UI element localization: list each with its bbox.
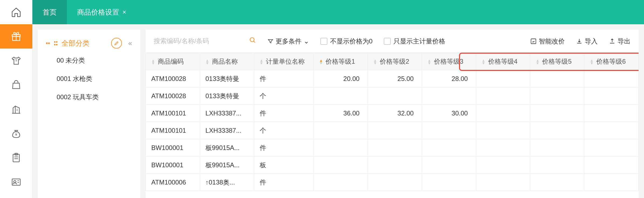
export-button[interactable]: 导出 bbox=[609, 37, 631, 46]
cell-p4[interactable] bbox=[476, 105, 530, 122]
cell-p2[interactable] bbox=[368, 87, 422, 105]
sort-icon: ▲▼ bbox=[373, 59, 377, 64]
cell-p3[interactable] bbox=[422, 156, 476, 174]
svg-line-16 bbox=[254, 41, 255, 42]
cell-p2[interactable]: 25.00 bbox=[368, 70, 422, 87]
search-icon[interactable] bbox=[249, 37, 256, 46]
cell-p5[interactable] bbox=[530, 105, 584, 122]
cell-p1[interactable] bbox=[314, 87, 368, 105]
search-input[interactable] bbox=[154, 35, 249, 47]
nav-clipboard-icon[interactable] bbox=[0, 146, 32, 170]
cell-p6[interactable] bbox=[584, 156, 639, 174]
edit-category-button[interactable] bbox=[111, 38, 122, 49]
cell-p3[interactable] bbox=[422, 174, 476, 191]
cell-p1[interactable] bbox=[314, 156, 368, 174]
table-row[interactable]: ATM100101LXH33387...件36.0032.0030.00 bbox=[146, 105, 639, 122]
cell-p5[interactable] bbox=[530, 122, 584, 139]
table-row[interactable]: ATM100006↑0138奥...件 bbox=[146, 174, 639, 191]
sidebar-nav: $ ¥ bbox=[0, 0, 32, 198]
column-header[interactable]: ▲▼价格等级6 bbox=[584, 53, 639, 70]
cell-p3[interactable]: 30.00 bbox=[422, 105, 476, 122]
cell-p4[interactable] bbox=[476, 87, 530, 105]
cell-name: 0133奥特曼 bbox=[200, 70, 254, 87]
nav-money-bag-icon[interactable]: ¥ bbox=[0, 121, 32, 146]
table-row[interactable]: ATM1000280133奥特曼件20.0025.0028.00 bbox=[146, 70, 639, 87]
smart-edit-button[interactable]: 智能改价 bbox=[530, 37, 565, 46]
cell-p4[interactable] bbox=[476, 174, 530, 191]
column-header[interactable]: ▲▼价格等级2 bbox=[368, 53, 422, 70]
table-row[interactable]: BW100001板99015A...板 bbox=[146, 156, 639, 174]
cell-p6[interactable] bbox=[584, 174, 639, 191]
cell-p1[interactable]: 20.00 bbox=[314, 70, 368, 87]
cell-p1[interactable] bbox=[314, 139, 368, 156]
svg-point-12 bbox=[13, 180, 16, 183]
cell-p4[interactable] bbox=[476, 70, 530, 87]
cell-p1[interactable] bbox=[314, 174, 368, 191]
cell-p5[interactable] bbox=[530, 87, 584, 105]
svg-text:$: $ bbox=[15, 59, 17, 62]
table-row[interactable]: BW100001板99015A...件 bbox=[146, 139, 639, 156]
cell-p1[interactable]: 36.00 bbox=[314, 105, 368, 122]
cell-p3[interactable] bbox=[422, 122, 476, 139]
category-item[interactable]: 00 未分类 bbox=[38, 51, 140, 70]
column-header[interactable]: ▲▼价格等级4 bbox=[476, 53, 530, 70]
nav-gift-icon[interactable] bbox=[0, 24, 32, 49]
cell-p2[interactable] bbox=[368, 156, 422, 174]
checkbox-icon bbox=[384, 38, 391, 45]
category-item[interactable]: 0001 水枪类 bbox=[38, 70, 140, 88]
column-header[interactable]: ▲▼商品名称 bbox=[200, 53, 254, 70]
nav-bag-icon[interactable] bbox=[0, 73, 32, 97]
cell-p6[interactable] bbox=[584, 139, 639, 156]
cell-unit: 件 bbox=[254, 70, 314, 87]
cell-p6[interactable] bbox=[584, 122, 639, 139]
nav-contact-icon[interactable] bbox=[0, 170, 32, 194]
cell-p6[interactable] bbox=[584, 87, 639, 105]
cell-p1[interactable] bbox=[314, 122, 368, 139]
column-header[interactable]: ▲▼商品编码 bbox=[146, 53, 200, 70]
more-filter-label: 更多条件 bbox=[276, 37, 302, 46]
svg-text:¥: ¥ bbox=[15, 132, 17, 136]
nav-home-icon[interactable] bbox=[0, 0, 32, 24]
column-header[interactable]: ▲▼计量单位名称 bbox=[254, 53, 314, 70]
column-header[interactable]: ▲▼价格等级5 bbox=[530, 53, 584, 70]
nav-building-icon[interactable] bbox=[0, 97, 32, 121]
tab-home[interactable]: 首页 bbox=[32, 0, 67, 24]
cell-p3[interactable] bbox=[422, 139, 476, 156]
cell-p4[interactable] bbox=[476, 122, 530, 139]
table-row[interactable]: ATM1000280133奥特曼个 bbox=[146, 87, 639, 105]
column-header[interactable]: ▲▼价格等级1 bbox=[314, 53, 368, 70]
cell-p2[interactable]: 32.00 bbox=[368, 105, 422, 122]
collapse-icon[interactable]: « bbox=[128, 39, 132, 47]
cell-p3[interactable] bbox=[422, 87, 476, 105]
column-header[interactable]: ▲▼价格等级3 bbox=[422, 53, 476, 70]
cell-unit: 板 bbox=[254, 156, 314, 174]
cell-name: 板99015A... bbox=[200, 139, 254, 156]
cell-p3[interactable]: 28.00 bbox=[422, 70, 476, 87]
close-icon[interactable]: × bbox=[122, 8, 126, 16]
cell-unit: 件 bbox=[254, 139, 314, 156]
cell-p5[interactable] bbox=[530, 156, 584, 174]
nav-shirt-icon[interactable]: $ bbox=[0, 49, 32, 73]
cell-code: ATM100101 bbox=[146, 122, 200, 139]
tab-current[interactable]: 商品价格设置 × bbox=[67, 0, 136, 24]
cell-p5[interactable] bbox=[530, 139, 584, 156]
category-item[interactable]: 0002 玩具车类 bbox=[38, 88, 140, 106]
cell-p4[interactable] bbox=[476, 139, 530, 156]
cell-unit: 个 bbox=[254, 87, 314, 105]
cell-p5[interactable] bbox=[530, 70, 584, 87]
cell-p2[interactable] bbox=[368, 122, 422, 139]
cell-p4[interactable] bbox=[476, 156, 530, 174]
cell-p6[interactable] bbox=[584, 70, 639, 87]
cell-p5[interactable] bbox=[530, 174, 584, 191]
cell-p2[interactable] bbox=[368, 139, 422, 156]
cell-code: BW100001 bbox=[146, 139, 200, 156]
checkbox-only-main[interactable]: 只显示主计量价格 bbox=[384, 37, 445, 46]
cell-p6[interactable] bbox=[584, 105, 639, 122]
table-row[interactable]: ATM100101LXH33387...个 bbox=[146, 122, 639, 139]
more-filter-button[interactable]: 更多条件 ⌄ bbox=[268, 37, 309, 46]
cell-p2[interactable] bbox=[368, 174, 422, 191]
category-all-label[interactable]: 全部分类 bbox=[61, 39, 107, 48]
grid-icon: ▪▪▪▪ bbox=[54, 40, 58, 46]
import-button[interactable]: 导入 bbox=[576, 37, 598, 46]
checkbox-hide-zero[interactable]: 不显示价格为0 bbox=[320, 37, 372, 46]
